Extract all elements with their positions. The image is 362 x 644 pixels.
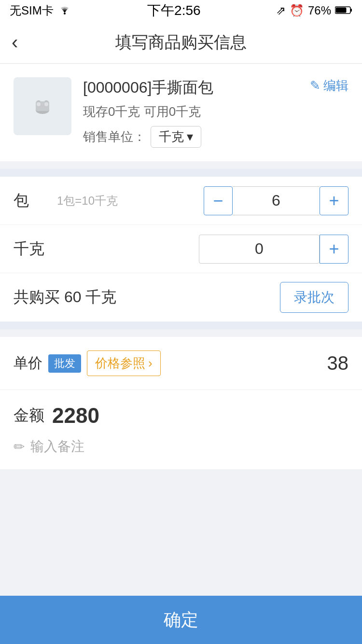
svg-rect-3 <box>336 8 347 13</box>
kg-increment-button[interactable]: + <box>320 235 348 264</box>
wifi-icon <box>57 4 72 17</box>
carrier-label: 无SIM卡 <box>10 3 54 18</box>
amount-value: 2280 <box>52 404 99 428</box>
bao-quantity-input[interactable] <box>233 186 320 215</box>
unit-select[interactable]: 千克 ▾ <box>151 126 201 148</box>
price-section: 单价 批发 价格参照 › 38 <box>0 337 362 390</box>
status-right: ⇗ ⏰ 76% <box>276 4 352 17</box>
edit-icon: ✎ <box>310 78 320 93</box>
svg-point-0 <box>64 13 66 14</box>
alarm-icon: ⏰ <box>290 4 304 17</box>
product-stock: 现存0千克 可用0千克 <box>83 103 348 120</box>
bao-label: 包 <box>14 190 52 211</box>
confirm-button[interactable]: 确定 <box>0 596 362 644</box>
product-info: [0000006]手撕面包 现存0千克 可用0千克 销售单位： 千克 ▾ <box>83 77 348 148</box>
amount-row: 金额 2280 <box>14 404 348 428</box>
product-unit-row: 销售单位： 千克 ▾ <box>83 126 348 148</box>
status-bar: 无SIM卡 下午2:56 ⇗ ⏰ 76% <box>0 0 362 21</box>
kg-input-row: 千克 + <box>0 225 362 273</box>
status-time: 下午2:56 <box>147 1 201 20</box>
amount-section: 金额 2280 ✏ 输入备注 <box>0 390 362 469</box>
price-label: 单价 批发 价格参照 › <box>14 350 161 376</box>
back-button[interactable]: ‹ <box>12 31 18 53</box>
content-area <box>0 469 362 614</box>
total-row: 共购买 60 千克 录批次 <box>0 273 362 322</box>
kg-quantity-input[interactable] <box>199 235 320 264</box>
svg-point-9 <box>44 102 48 106</box>
unit-label: 销售单位： <box>83 128 146 145</box>
total-text: 共购买 60 千克 <box>14 287 116 308</box>
pencil-icon: ✏ <box>14 439 25 455</box>
separator-2 <box>0 322 362 329</box>
product-name: [0000006]手撕面包 <box>83 77 348 98</box>
batch-button[interactable]: 录批次 <box>280 282 348 313</box>
svg-point-8 <box>37 102 41 106</box>
remark-row[interactable]: ✏ 输入备注 <box>14 437 348 456</box>
chevron-down-icon: ▾ <box>187 129 193 144</box>
bao-quantity-control: − + <box>204 186 348 215</box>
kg-label: 千克 <box>14 238 52 260</box>
bao-hint: 1包=10千克 <box>57 193 204 209</box>
page-title: 填写商品购买信息 <box>115 31 247 54</box>
status-left: 无SIM卡 <box>10 3 72 18</box>
nav-bar: ‹ 填写商品购买信息 <box>0 21 362 64</box>
input-section: 包 1包=10千克 − + 千克 + <box>0 177 362 273</box>
batch-tag: 批发 <box>48 354 81 373</box>
product-image <box>14 77 71 135</box>
edit-button[interactable]: ✎ 编辑 <box>310 77 348 94</box>
svg-rect-2 <box>350 9 352 12</box>
separator-1 <box>0 169 362 177</box>
amount-label: 金额 <box>14 405 44 426</box>
battery-label: 76% <box>308 4 331 17</box>
bao-decrement-button[interactable]: − <box>204 186 233 215</box>
price-ref-button[interactable]: 价格参照 › <box>87 350 161 376</box>
bao-input-row: 包 1包=10千克 − + <box>0 177 362 225</box>
bao-increment-button[interactable]: + <box>320 186 348 215</box>
product-card: [0000006]手撕面包 现存0千克 可用0千克 销售单位： 千克 ▾ ✎ 编… <box>0 64 362 161</box>
battery-icon <box>335 4 352 17</box>
chevron-right-icon: › <box>148 356 153 371</box>
price-value: 38 <box>327 352 349 374</box>
remark-label: 输入备注 <box>30 437 84 456</box>
location-icon: ⇗ <box>276 4 286 17</box>
